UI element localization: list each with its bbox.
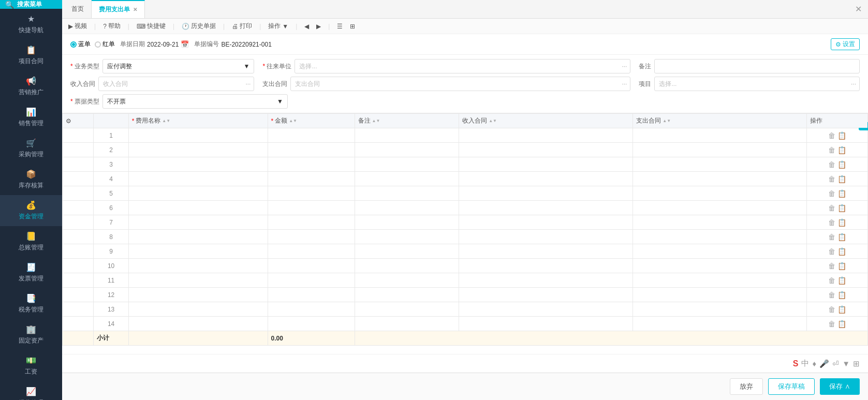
row-note-cell[interactable] bbox=[355, 172, 459, 186]
row-income-cell[interactable] bbox=[459, 215, 633, 230]
project-input[interactable]: 选择... ··· bbox=[654, 77, 860, 91]
table-gear-icon[interactable]: ⚙ bbox=[66, 117, 90, 125]
toolbar-grid-view-btn[interactable]: ⊞ bbox=[350, 23, 355, 30]
row-note-cell[interactable] bbox=[355, 273, 459, 288]
row-copy-icon[interactable]: 📋 bbox=[837, 291, 846, 299]
row-income-cell[interactable] bbox=[459, 157, 633, 172]
sidebar-item-quick-nav[interactable]: ★ 快捷导航 bbox=[0, 9, 62, 40]
row-amount-cell[interactable] bbox=[268, 273, 355, 288]
row-note-cell[interactable] bbox=[355, 186, 459, 201]
row-note-cell[interactable] bbox=[355, 302, 459, 317]
notes-input[interactable] bbox=[654, 59, 860, 73]
row-note-cell[interactable] bbox=[355, 128, 459, 143]
row-income-cell[interactable] bbox=[459, 230, 633, 244]
sidebar-item-sales[interactable]: 📊 销售管理 bbox=[0, 102, 62, 133]
row-copy-icon[interactable]: 📋 bbox=[837, 204, 846, 212]
row-note-cell[interactable] bbox=[355, 157, 459, 172]
sidebar-item-accounting[interactable]: 📒 总账管理 bbox=[0, 226, 62, 257]
row-income-cell[interactable] bbox=[459, 244, 633, 259]
row-income-cell[interactable] bbox=[459, 172, 633, 186]
footer-icon-down[interactable]: ▼ bbox=[842, 359, 850, 368]
row-copy-icon[interactable]: 📋 bbox=[837, 276, 846, 285]
row-note-cell[interactable] bbox=[355, 288, 459, 302]
row-amount-cell[interactable] bbox=[268, 302, 355, 317]
row-copy-icon[interactable]: 📋 bbox=[837, 233, 846, 241]
row-amount-cell[interactable] bbox=[268, 230, 355, 244]
row-amount-cell[interactable] bbox=[268, 259, 355, 273]
sidebar-item-tax[interactable]: 📑 税务管理 bbox=[0, 288, 62, 319]
row-delete-icon[interactable]: 🗑 bbox=[828, 131, 835, 140]
row-amount-cell[interactable] bbox=[268, 215, 355, 230]
toolbar-list-view-btn[interactable]: ☰ bbox=[337, 23, 343, 30]
row-expense-cell[interactable] bbox=[633, 259, 807, 273]
row-expense-cell[interactable] bbox=[633, 143, 807, 157]
row-name-cell[interactable] bbox=[128, 273, 268, 288]
th-expense-contract[interactable]: 支出合同 ▲▼ bbox=[633, 114, 807, 128]
sidebar-search-label[interactable]: 搜索菜单 bbox=[17, 0, 42, 9]
sidebar-item-fund[interactable]: 💰 资金管理 bbox=[0, 195, 62, 226]
row-name-cell[interactable] bbox=[128, 302, 268, 317]
calendar-icon[interactable]: 📅 bbox=[181, 40, 189, 48]
row-note-cell[interactable] bbox=[355, 317, 459, 331]
row-expense-cell[interactable] bbox=[633, 186, 807, 201]
row-copy-icon[interactable]: 📋 bbox=[837, 160, 846, 169]
sidebar-item-invoice[interactable]: 🧾 发票管理 bbox=[0, 257, 62, 288]
toolbar-help-btn[interactable]: ? 帮助 bbox=[103, 22, 121, 31]
row-name-cell[interactable] bbox=[128, 186, 268, 201]
invoice-type-select[interactable]: 不开票 ▼ bbox=[102, 94, 288, 109]
row-name-cell[interactable] bbox=[128, 288, 268, 302]
row-copy-icon[interactable]: 📋 bbox=[837, 131, 846, 140]
row-amount-cell[interactable] bbox=[268, 201, 355, 215]
row-name-cell[interactable] bbox=[128, 128, 268, 143]
footer-icon-mic[interactable]: 🎤 bbox=[819, 359, 829, 368]
row-delete-icon[interactable]: 🗑 bbox=[828, 146, 835, 154]
sidebar-item-marketing[interactable]: 📢 营销推广 bbox=[0, 71, 62, 102]
expense-contract-input[interactable]: 支出合同 ··· bbox=[290, 77, 630, 91]
row-amount-cell[interactable] bbox=[268, 317, 355, 331]
row-delete-icon[interactable]: 🗑 bbox=[828, 175, 835, 183]
sidebar-item-purchase[interactable]: 🛒 采购管理 bbox=[0, 133, 62, 164]
discard-button[interactable]: 放弃 bbox=[730, 378, 763, 395]
row-copy-icon[interactable]: 📋 bbox=[837, 146, 846, 154]
row-copy-icon[interactable]: 📋 bbox=[837, 189, 846, 198]
row-expense-cell[interactable] bbox=[633, 128, 807, 143]
row-note-cell[interactable] bbox=[355, 244, 459, 259]
row-note-cell[interactable] bbox=[355, 201, 459, 215]
sort-icon-name[interactable]: ▲▼ bbox=[162, 119, 170, 123]
row-delete-icon[interactable]: 🗑 bbox=[828, 305, 835, 314]
sidebar-item-ops[interactable]: 📈 经营管理 bbox=[0, 381, 62, 400]
row-income-cell[interactable] bbox=[459, 317, 633, 331]
row-name-cell[interactable] bbox=[128, 244, 268, 259]
settings-button[interactable]: ⚙ 设置 bbox=[831, 38, 860, 50]
row-expense-cell[interactable] bbox=[633, 172, 807, 186]
row-income-cell[interactable] bbox=[459, 302, 633, 317]
toolbar-shortcut-btn[interactable]: ⌨ 快捷键 bbox=[137, 22, 166, 31]
row-note-cell[interactable] bbox=[355, 215, 459, 230]
row-delete-icon[interactable]: 🗑 bbox=[828, 204, 835, 212]
row-name-cell[interactable] bbox=[128, 157, 268, 172]
sidebar-item-fixed-assets[interactable]: 🏢 固定资产 bbox=[0, 319, 62, 350]
blue-radio[interactable]: 蓝单 bbox=[70, 40, 91, 49]
row-expense-cell[interactable] bbox=[633, 230, 807, 244]
row-delete-icon[interactable]: 🗑 bbox=[828, 291, 835, 299]
row-income-cell[interactable] bbox=[459, 259, 633, 273]
row-amount-cell[interactable] bbox=[268, 172, 355, 186]
row-expense-cell[interactable] bbox=[633, 201, 807, 215]
row-expense-cell[interactable] bbox=[633, 288, 807, 302]
row-income-cell[interactable] bbox=[459, 288, 633, 302]
row-copy-icon[interactable]: 📋 bbox=[837, 262, 846, 270]
tab-expense[interactable]: 费用支出单 ✕ bbox=[92, 0, 145, 18]
row-delete-icon[interactable]: 🗑 bbox=[828, 262, 835, 270]
footer-icon-grid[interactable]: ⊞ bbox=[853, 359, 860, 368]
row-name-cell[interactable] bbox=[128, 201, 268, 215]
row-expense-cell[interactable] bbox=[633, 244, 807, 259]
row-expense-cell[interactable] bbox=[633, 273, 807, 288]
sort-icon-expense[interactable]: ▲▼ bbox=[663, 119, 671, 123]
row-amount-cell[interactable] bbox=[268, 128, 355, 143]
row-copy-icon[interactable]: 📋 bbox=[837, 218, 846, 227]
toolbar-print-btn[interactable]: 🖨 打印 bbox=[232, 22, 252, 31]
row-income-cell[interactable] bbox=[459, 201, 633, 215]
row-amount-cell[interactable] bbox=[268, 157, 355, 172]
sidebar-header[interactable]: 🔍 搜索菜单 bbox=[0, 0, 62, 9]
row-amount-cell[interactable] bbox=[268, 186, 355, 201]
